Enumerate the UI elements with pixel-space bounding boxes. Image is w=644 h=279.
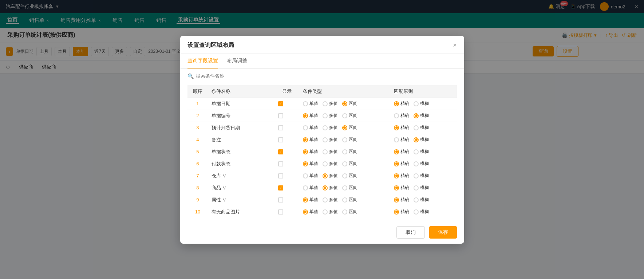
settings-dialog: 设置查询区域布局 × 查询字段设置 布局调整 🔍 顺序 条件名称 xyxy=(180,36,464,74)
dialog-header: 设置查询区域布局 × xyxy=(180,36,464,54)
dialog-close-button[interactable]: × xyxy=(453,42,457,49)
modal-overlay: 设置查询区域布局 × 查询字段设置 布局调整 🔍 顺序 条件名称 xyxy=(0,0,644,74)
dialog-body: 🔍 顺序 条件名称 显示 条件类型 匹配原则 xyxy=(180,69,464,74)
dialog-tabs: 查询字段设置 布局调整 xyxy=(180,54,464,69)
tab-layout-adjust[interactable]: 布局调整 xyxy=(227,54,247,68)
search-icon: 🔍 xyxy=(187,73,194,74)
condition-search-bar: 🔍 xyxy=(187,73,457,74)
dialog-title: 设置查询区域布局 xyxy=(187,42,234,49)
tab-query-fields[interactable]: 查询字段设置 xyxy=(187,54,218,68)
search-input[interactable] xyxy=(196,73,269,74)
